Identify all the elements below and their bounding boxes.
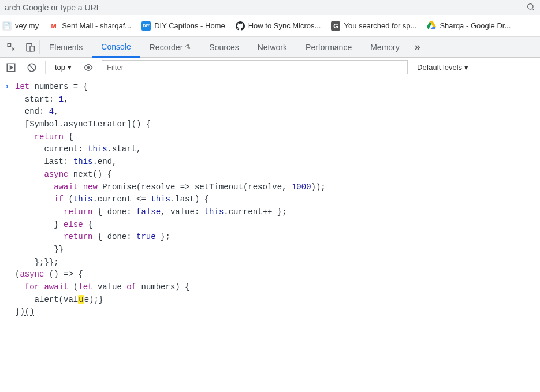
- context-label: top: [55, 63, 65, 72]
- bookmarks-bar: 📄 vey my M Sent Mail - sharqaf... DIY DI…: [0, 15, 540, 37]
- browser-omnibox[interactable]: arch Google or type a URL: [0, 0, 540, 15]
- more-tabs-icon[interactable]: »: [409, 41, 426, 53]
- bookmark-item[interactable]: 📄 vey my: [2, 21, 39, 31]
- bookmark-item[interactable]: How to Sync Micros...: [236, 21, 321, 31]
- search-icon[interactable]: [526, 2, 535, 13]
- chevron-down-icon: ▾: [68, 63, 72, 72]
- bookmark-label: How to Sync Micros...: [248, 21, 321, 30]
- divider: [45, 61, 46, 74]
- divider: [478, 61, 478, 74]
- svg-rect-2: [8, 43, 10, 46]
- tab-sources[interactable]: Sources: [200, 37, 248, 58]
- google-icon: G: [331, 21, 340, 31]
- gmail-icon: M: [49, 21, 58, 31]
- execution-context-selector[interactable]: top ▾: [51, 62, 75, 73]
- console-prompt-row[interactable]: › let numbers = { start: 1, end: 4, [Sym…: [5, 81, 540, 319]
- tab-network[interactable]: Network: [248, 37, 296, 58]
- filter-field[interactable]: [102, 60, 408, 74]
- console-toolbar: top ▾ Default levels ▾: [0, 58, 540, 77]
- omnibox-placeholder: arch Google or type a URL: [5, 3, 522, 12]
- filter-input[interactable]: [102, 60, 408, 74]
- tab-elements[interactable]: Elements: [40, 37, 92, 58]
- prompt-arrow-icon: ›: [5, 81, 15, 319]
- svg-point-0: [528, 3, 533, 9]
- svg-line-8: [29, 65, 35, 70]
- drive-icon: [427, 21, 436, 31]
- console-body[interactable]: › let numbers = { start: 1, end: 4, [Sym…: [0, 77, 540, 322]
- log-levels-selector[interactable]: Default levels ▾: [414, 63, 472, 72]
- tab-recorder[interactable]: Recorder ⚗: [140, 37, 200, 58]
- page-icon: 📄: [2, 21, 12, 31]
- tab-console[interactable]: Console: [92, 37, 140, 58]
- device-toolbar-icon[interactable]: [21, 38, 39, 57]
- play-icon[interactable]: [3, 60, 18, 75]
- tab-performance[interactable]: Performance: [296, 37, 361, 58]
- tab-label: Recorder: [150, 43, 183, 52]
- bookmark-item[interactable]: G You searched for sp...: [331, 21, 416, 31]
- bookmark-label: Sent Mail - sharqaf...: [62, 21, 131, 30]
- svg-line-1: [532, 9, 534, 10]
- chevron-down-icon: ▾: [464, 63, 468, 72]
- github-icon: [236, 21, 245, 31]
- bookmark-label: vey my: [15, 21, 39, 30]
- clear-console-icon[interactable]: [24, 60, 39, 75]
- code-input[interactable]: let numbers = { start: 1, end: 4, [Symbo…: [15, 81, 326, 319]
- live-expression-icon[interactable]: [81, 60, 96, 75]
- bookmark-label: DIY Captions - Home: [154, 21, 225, 30]
- flask-icon: ⚗: [185, 43, 191, 51]
- inspect-element-icon[interactable]: [2, 38, 21, 57]
- bookmark-item[interactable]: DIY DIY Captions - Home: [141, 21, 225, 31]
- bookmark-item[interactable]: Sharqa - Google Dr...: [427, 21, 511, 31]
- bookmark-label: Sharqa - Google Dr...: [440, 21, 511, 30]
- svg-rect-4: [30, 46, 35, 51]
- tab-memory[interactable]: Memory: [361, 37, 409, 58]
- bookmark-label: You searched for sp...: [344, 21, 416, 30]
- bookmark-item[interactable]: M Sent Mail - sharqaf...: [49, 21, 131, 31]
- svg-marker-6: [10, 66, 13, 69]
- diy-icon: DIY: [141, 21, 151, 31]
- devtools-tabbar: Elements Console Recorder ⚗ Sources Netw…: [0, 37, 540, 58]
- levels-label: Default levels: [417, 63, 462, 72]
- svg-point-9: [87, 66, 90, 69]
